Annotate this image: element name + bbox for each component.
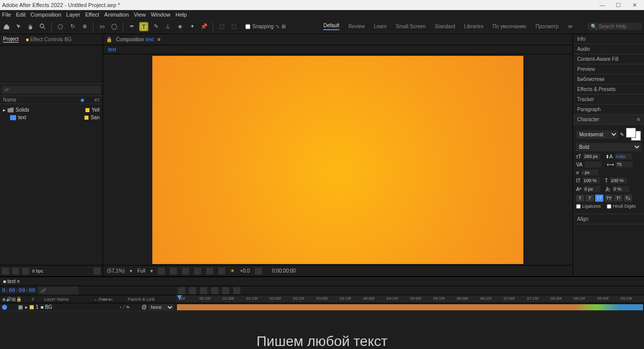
lock-toggle[interactable]: ▦ xyxy=(18,304,23,310)
workspace-learn[interactable]: Learn xyxy=(374,24,387,29)
color-swatches[interactable] xyxy=(626,128,641,141)
menu-help[interactable]: Help xyxy=(175,12,187,18)
zoom-arrow[interactable]: ▾ xyxy=(130,268,132,274)
channel-btn[interactable] xyxy=(218,268,225,275)
font-family-select[interactable]: Montserrat xyxy=(576,130,618,139)
guides-btn[interactable] xyxy=(206,268,213,275)
col-name[interactable]: Name xyxy=(3,97,80,103)
panel-content-aware[interactable]: Content-Aware Fill xyxy=(573,54,644,64)
menu-layer[interactable]: Layer xyxy=(66,12,80,18)
panel-align[interactable]: Align xyxy=(573,214,644,224)
timeline-tab[interactable]: ■ text ≡ xyxy=(3,279,20,284)
current-time[interactable]: 0:00:00:00 xyxy=(2,287,35,294)
eraser-tool[interactable]: ◈ xyxy=(175,22,185,31)
kerning-input[interactable] xyxy=(585,161,602,167)
local-axis-tool[interactable]: ⬚ xyxy=(217,22,226,31)
faux-bold-btn[interactable]: T xyxy=(576,195,584,202)
all-caps-btn[interactable]: TT xyxy=(595,195,603,202)
shy-btn[interactable] xyxy=(200,287,207,294)
workspace-standard[interactable]: Standard xyxy=(435,24,455,29)
menu-composition[interactable]: Composition xyxy=(31,12,61,18)
composition-canvas[interactable] xyxy=(152,56,523,264)
comp-flowchart-tab[interactable]: text xyxy=(103,45,573,54)
type-tool[interactable]: T xyxy=(139,22,148,31)
menu-view[interactable]: View xyxy=(134,12,146,18)
subscript-btn[interactable]: T₁ xyxy=(624,195,632,202)
brush-tool[interactable]: ✎ xyxy=(151,22,160,31)
zoom-dropdown[interactable]: (57,1%) xyxy=(107,268,125,274)
project-search-input[interactable] xyxy=(2,86,101,94)
comp-mini-flowchart[interactable] xyxy=(178,287,185,294)
rectangle-tool[interactable]: ▭ xyxy=(98,22,107,31)
workspace-ru-preview[interactable]: Просмотр xyxy=(535,24,559,29)
eyedropper-icon[interactable]: ✎ xyxy=(620,132,624,137)
interpret-btn[interactable] xyxy=(2,268,9,275)
draft-3d-btn[interactable] xyxy=(189,287,196,294)
comp-tab[interactable]: Composition text xyxy=(116,37,154,42)
rotation-tool[interactable]: ↻ xyxy=(68,22,77,31)
graph-editor-btn[interactable] xyxy=(233,287,240,294)
tracking-input[interactable] xyxy=(616,161,633,167)
layer-switches[interactable]: ⬩ ╱ fx xyxy=(119,305,130,309)
color-label[interactable] xyxy=(85,108,89,112)
motion-blur-btn[interactable] xyxy=(222,287,229,294)
stroke-width-input[interactable] xyxy=(581,169,598,176)
search-input[interactable] xyxy=(599,24,639,29)
home-tool[interactable] xyxy=(2,22,11,31)
grid-btn[interactable] xyxy=(194,268,201,275)
ellipse-tool[interactable]: ◯ xyxy=(110,22,119,31)
vscale-input[interactable] xyxy=(583,178,600,184)
menu-file[interactable]: File xyxy=(2,12,11,18)
comp-menu-icon[interactable]: ≡ xyxy=(158,37,161,42)
hindi-digits-checkbox[interactable]: Hindi Digits xyxy=(607,204,636,209)
fill-color[interactable] xyxy=(626,128,636,138)
snapping-checkbox[interactable] xyxy=(245,24,250,29)
superscript-btn[interactable]: T¹ xyxy=(614,195,622,202)
bpc-label[interactable]: 8 bpc xyxy=(32,269,43,274)
lock-icon[interactable]: 🔒 xyxy=(106,37,112,42)
layer-name[interactable]: ■ BG xyxy=(41,304,118,310)
layer-color[interactable] xyxy=(30,305,34,309)
world-axis-tool[interactable]: ⬚ xyxy=(229,22,238,31)
expand-icon[interactable]: ▸ xyxy=(3,107,6,113)
maximize-button[interactable]: ☐ xyxy=(615,2,622,9)
new-folder-btn[interactable] xyxy=(12,268,19,275)
menu-edit[interactable]: Edit xyxy=(16,12,26,18)
layer-duration-bar[interactable] xyxy=(177,304,643,310)
panel-audio[interactable]: Audio xyxy=(573,44,644,54)
font-size-input[interactable] xyxy=(583,153,600,159)
snap-grid-icon[interactable]: ⊞ xyxy=(282,24,286,29)
ligatures-checkbox[interactable]: Ligatures xyxy=(576,204,601,209)
project-item-solids[interactable]: ▸ Solids Yell xyxy=(0,106,103,114)
new-comp-btn[interactable] xyxy=(22,268,29,275)
timeline-search[interactable] xyxy=(38,286,78,295)
parent-pickwhip[interactable]: @ xyxy=(142,304,147,310)
workspace-libraries[interactable]: Libraries xyxy=(464,24,483,29)
snapshot-btn[interactable] xyxy=(255,268,262,275)
workspace-review[interactable]: Review xyxy=(348,24,365,29)
roto-tool[interactable]: ✦ xyxy=(188,22,197,31)
panel-info[interactable]: Info xyxy=(573,34,644,44)
frame-blend-btn[interactable] xyxy=(211,287,218,294)
tab-effect-controls[interactable]: ■ Effect Controls BG xyxy=(26,37,71,42)
workspace-small[interactable]: Small Screen xyxy=(396,24,425,29)
tsume-input[interactable] xyxy=(612,186,629,192)
faux-italic-btn[interactable]: T xyxy=(586,195,594,202)
color-label[interactable] xyxy=(84,116,88,120)
resolution-dropdown[interactable]: Full xyxy=(137,268,145,274)
menu-animation[interactable]: Animation xyxy=(104,12,129,18)
panel-preview[interactable]: Preview xyxy=(573,64,644,74)
layer-bar-area[interactable] xyxy=(176,303,644,311)
time-ruler[interactable]: :00f 00:15f 01:00f 01:15f 02:00f 02:15f … xyxy=(176,295,644,303)
roi-btn[interactable] xyxy=(182,268,189,275)
hand-tool[interactable] xyxy=(26,22,35,31)
font-style-select[interactable]: Bold xyxy=(576,143,641,151)
mask-btn[interactable] xyxy=(170,268,177,275)
leading-input[interactable] xyxy=(615,153,632,159)
exposure-value[interactable]: +0.0 xyxy=(240,268,250,274)
snapping-toggle[interactable]: Snapping ⤡ ⊞ xyxy=(245,24,286,29)
panel-libraries[interactable]: Библиотеки xyxy=(573,74,644,84)
col-parent[interactable]: Parent & Link xyxy=(128,297,155,302)
workspace-more[interactable]: ≫ xyxy=(568,24,573,29)
visibility-toggle[interactable] xyxy=(2,305,7,310)
